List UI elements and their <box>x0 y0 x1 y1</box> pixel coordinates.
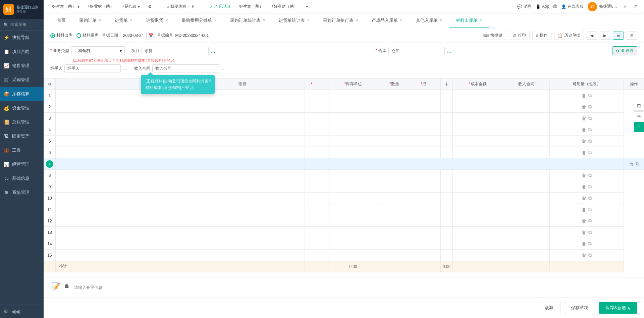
delete-row-15[interactable]: 🗑 <box>582 253 586 258</box>
business-type-select[interactable]: 工程领料 ▾ <box>71 46 125 55</box>
delete-row-10[interactable]: 🗑 <box>582 196 586 201</box>
agent-input[interactable] <box>64 64 121 72</box>
copy-row-3[interactable]: ⧉ <box>588 115 592 121</box>
tab-inbound-stats[interactable]: 进货单统计表 ✕ <box>272 13 316 28</box>
collapse-icon[interactable]: ◀◀ <box>11 308 19 315</box>
project-input[interactable] <box>142 47 209 55</box>
sidebar-item-zijin[interactable]: 💰 资金管理 <box>0 101 44 115</box>
topnav-message[interactable]: 💬 消息 <box>517 4 532 9</box>
agent-dots-icon[interactable]: … <box>123 66 127 71</box>
sidebar-item-gudingzichan[interactable]: 🏗 固定资产 <box>0 129 44 143</box>
topnav-haoyecai[interactable]: +好业财（菌） <box>84 1 117 12</box>
topnav-user[interactable]: 通 畅捷通8... <box>588 2 617 11</box>
topnav-settings[interactable]: ⚙ <box>145 1 155 12</box>
discard-button[interactable]: 放弃 <box>538 302 560 314</box>
close-tab-ir[interactable]: ✕ <box>165 18 168 22</box>
topnav-haoshengyi2[interactable]: 好生意（菌） <box>236 1 267 12</box>
delete-row-6[interactable]: 🗑 <box>582 150 586 155</box>
delete-row-12[interactable]: 🗑 <box>582 218 586 224</box>
project-dots-icon[interactable]: … <box>211 48 215 54</box>
sidebar-item-caigou[interactable]: 🛒 采购管理 <box>0 73 44 87</box>
topnav-experience[interactable]: ○ 我要体验一下 <box>163 1 198 12</box>
delete-row-8[interactable]: 🗑 <box>582 173 586 178</box>
topnav-service[interactable]: 👤 在线客服 <box>561 4 584 9</box>
detail-view-button[interactable]: ⊞ <box>627 32 637 40</box>
warehouse-dots-icon[interactable]: … <box>447 48 451 54</box>
delete-row-1[interactable]: 🗑 <box>582 93 586 98</box>
add-row-button[interactable]: + <box>46 160 53 168</box>
copy-row-8[interactable]: ⧉ <box>588 172 592 178</box>
tab-inbound-return[interactable]: 进货退货 ✕ <box>139 13 175 28</box>
save-new-dropdown-icon[interactable]: ∧ <box>627 306 631 311</box>
close-tab-fg[interactable]: ✕ <box>400 18 402 22</box>
th-settings[interactable]: ⚙ <box>44 78 56 90</box>
new-row-input-1[interactable] <box>182 162 302 166</box>
quickkey-button[interactable]: ⌨ 快捷键 <box>480 31 506 40</box>
sidebar-item-kucun[interactable]: 📦 库存核算 <box>0 87 44 101</box>
tab-home[interactable]: 首页 <box>50 13 72 28</box>
restore-topbar-icon[interactable]: ⊞ <box>633 3 639 10</box>
copy-row-10[interactable]: ⧉ <box>588 195 592 201</box>
sidebar-item-jingying[interactable]: 📊 经营管理 <box>0 157 44 171</box>
right-btn-3[interactable]: ↑ <box>634 122 644 132</box>
close-tab-poe[interactable]: ✕ <box>356 18 358 22</box>
sidebar-search[interactable]: 🔍 搜索菜单 <box>0 19 44 31</box>
calendar-icon[interactable]: 📅 <box>149 33 154 38</box>
close-tab-oi[interactable]: ✕ <box>440 18 442 22</box>
print-button[interactable]: 🖨 打印 <box>509 31 530 40</box>
sidebar-item-xiaoshou[interactable]: 📈 销售管理 <box>0 59 44 73</box>
save-draft-button[interactable]: 保存草稿 <box>564 302 595 314</box>
close-tab-pos[interactable]: ✕ <box>263 18 265 22</box>
income-contract-dots-icon[interactable]: … <box>221 66 226 71</box>
sidebar-item-zhangwu[interactable]: 📔 总账管理 <box>0 115 44 129</box>
next-doc-button[interactable]: ▶ <box>600 32 610 40</box>
form-settings-button[interactable]: ⚙ ⚙ 设置 <box>612 46 637 55</box>
close-tab-pe[interactable]: ✕ <box>214 18 217 22</box>
tab-finished-goods[interactable]: 产成品入库单 ✕ <box>365 13 409 28</box>
date-value[interactable]: 2023-03-24 <box>120 32 147 39</box>
sidebar-item-xitong[interactable]: ⚙ 系统管理 <box>0 186 44 200</box>
radio-material-back[interactable]: 材料退库 <box>76 33 99 38</box>
copy-row-4[interactable]: ⧉ <box>588 127 592 132</box>
copy-row-5[interactable]: ⧉ <box>588 138 592 144</box>
sidebar-item-xiangmu[interactable]: 📋 项目合同 <box>0 45 44 59</box>
close-tab-inbound[interactable]: ✕ <box>130 18 132 22</box>
tab-other-inbound[interactable]: 其他入库单 ✕ <box>409 13 449 28</box>
save-and-new-button[interactable]: 保存&新增 ∧ <box>599 302 637 314</box>
settings-bottom-icon[interactable]: ⚙ <box>3 308 8 315</box>
delete-new-row[interactable]: 🗑 <box>629 161 634 167</box>
copy-row-2[interactable]: ⧉ <box>588 104 592 110</box>
close-topbar-icon[interactable]: ✕ <box>622 3 628 10</box>
new-row-input-0[interactable] <box>58 162 178 166</box>
copy-row-15[interactable]: ⧉ <box>588 252 592 258</box>
delete-row-11[interactable]: 🗑 <box>582 207 586 212</box>
delete-row-5[interactable]: 🗑 <box>582 139 586 144</box>
topnav-yidaizhang[interactable]: +易代账 ▾ <box>119 1 143 12</box>
close-tab-po[interactable]: ✕ <box>99 18 101 22</box>
delete-row-9[interactable]: 🗑 <box>582 184 586 190</box>
copy-row-6[interactable]: ⧉ <box>588 150 592 155</box>
prev-doc-button[interactable]: ◀ <box>587 32 597 40</box>
copy-row-12[interactable]: ⧉ <box>588 218 592 224</box>
history-docs-button[interactable]: 📋 历史单据 <box>554 31 584 40</box>
delete-row-2[interactable]: 🗑 <box>582 104 586 110</box>
right-btn-1[interactable]: ⊞ <box>634 101 644 111</box>
sidebar-item-jichu[interactable]: 🗂 基础信息 <box>0 171 44 186</box>
copy-row-14[interactable]: ⧉ <box>588 241 592 247</box>
copy-row-9[interactable]: ⧉ <box>588 184 592 190</box>
tab-purchaseorder[interactable]: 采购订单 ✕ <box>72 13 108 28</box>
tab-po-exec[interactable]: 采购订单执行表 ✕ <box>316 13 365 28</box>
new-row-col1[interactable] <box>180 158 305 170</box>
tab-purchase-expense[interactable]: 采购费用分摊单 ✕ <box>175 13 223 28</box>
delete-row-14[interactable]: 🗑 <box>582 241 586 247</box>
delete-row-4[interactable]: 🗑 <box>582 127 586 132</box>
tab-po-stats[interactable]: 采购订单统计表 ✕ <box>223 13 272 28</box>
tab-material-out[interactable]: 材料出库单 ✕ <box>449 13 489 28</box>
close-tab-is[interactable]: ✕ <box>307 18 310 22</box>
copy-row-13[interactable]: ⧉ <box>588 229 592 235</box>
topnav-appdownload[interactable]: 📱 App下载 <box>536 4 557 9</box>
copy-row-11[interactable]: ⧉ <box>588 207 592 212</box>
delete-row-13[interactable]: 🗑 <box>582 230 586 235</box>
warehouse-input[interactable] <box>388 47 445 55</box>
tab-inbound[interactable]: 进货单 ✕ <box>108 13 139 28</box>
